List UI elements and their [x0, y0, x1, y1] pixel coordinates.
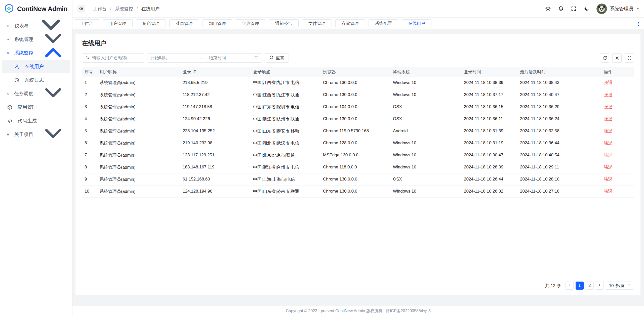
- page-size-select[interactable]: 10 条/页: [606, 282, 634, 290]
- cell-action: 强退: [601, 77, 634, 89]
- table-row: 7系统管理员(admin)123.117.129.251中国|北京|北京市|联通…: [82, 149, 634, 161]
- cell-last_active: 2024-11-18 10:40:54: [517, 149, 601, 161]
- cell-browser: Chrome 130.0.0.0: [320, 173, 390, 185]
- toolbar-refresh-button[interactable]: [600, 53, 609, 63]
- cell-location: 中国|湖北省|武汉市|电信: [251, 137, 320, 149]
- tab-storage-mgmt[interactable]: 存储管理: [335, 19, 365, 27]
- pagination-page-2[interactable]: 2: [586, 282, 594, 290]
- sidebar-item-about-project[interactable]: 关于项目: [0, 128, 72, 141]
- tab-notice[interactable]: 通知公告: [269, 19, 299, 27]
- pagination-next-button[interactable]: [596, 282, 604, 290]
- force-logout-link[interactable]: 强退: [604, 141, 612, 146]
- fullscreen-button[interactable]: [571, 6, 577, 12]
- breadcrumb-item[interactable]: 系统监控: [115, 6, 133, 12]
- cell-browser: Chrome 130.0.0.0: [320, 77, 390, 89]
- footer: Copyright © 2022 - present ContiNew Admi…: [72, 306, 644, 316]
- breadcrumb-item[interactable]: 工作台: [93, 6, 107, 12]
- user-avatar: [596, 4, 607, 14]
- cell-action: 强退: [601, 89, 634, 101]
- cell-location: 中国|江西省|九江市|电信: [251, 77, 320, 89]
- cell-ip: 223.104.195.252: [180, 125, 251, 137]
- force-logout-link[interactable]: 强退: [604, 129, 612, 133]
- calendar-icon: [254, 55, 259, 61]
- menu-fold-icon: [79, 6, 84, 12]
- cell-login_time: 2024-11-18 10:37:17: [461, 89, 517, 101]
- cell-nickname: 系统管理员(admin): [97, 137, 180, 149]
- pagination-page-1[interactable]: 1: [576, 282, 584, 290]
- sidebar-item-job-schedule[interactable]: 任务调度: [0, 87, 72, 101]
- column-header: 最后活跃时间: [517, 67, 601, 77]
- cell-no: 6: [82, 137, 97, 149]
- force-logout-link[interactable]: 强退: [604, 80, 612, 85]
- sidebar: ContiNew Admin 仪表盘系统管理系统监控在线用户系统日志任务调度应用…: [0, 0, 72, 316]
- force-logout-link[interactable]: 强退: [604, 117, 612, 121]
- cell-browser: MSEdge 130.0.0.0: [320, 149, 390, 161]
- cell-no: 5: [82, 125, 97, 137]
- tab-dict-mgmt[interactable]: 字典管理: [236, 19, 265, 27]
- tab-sys-config[interactable]: 系统配置: [369, 19, 398, 27]
- cell-nickname: 系统管理员(admin): [97, 149, 180, 161]
- sidebar-collapse-button[interactable]: [77, 5, 85, 13]
- cell-nickname: 系统管理员(admin): [97, 77, 180, 89]
- cell-os: Android: [390, 125, 461, 137]
- tab-online-user[interactable]: 在线用户: [402, 19, 431, 27]
- force-logout-link[interactable]: 强退: [604, 93, 612, 97]
- cell-browser: Chrome 104.0.0.0: [320, 101, 390, 113]
- force-logout-link[interactable]: 强退: [604, 189, 612, 194]
- cell-action: 强退: [601, 173, 634, 185]
- force-logout-link: 强退: [604, 153, 612, 158]
- tab-role-mgmt[interactable]: 角色管理: [136, 19, 166, 27]
- table-row: 4系统管理员(admin)124.90.42.226中国|浙江省|杭州市|联通C…: [82, 113, 634, 125]
- user-menu[interactable]: 系统管理员: [596, 4, 640, 14]
- cell-last_active: 2024-11-18 10:36:24: [517, 113, 601, 125]
- force-logout-link[interactable]: 强退: [604, 105, 612, 109]
- gear-icon: [615, 56, 619, 60]
- sidebar-item-system-monitor[interactable]: 系统监控: [0, 46, 72, 60]
- cell-location: 中国|江西省|九江市|联通: [251, 89, 320, 101]
- search-input[interactable]: 请输入用户名/昵称: [82, 53, 144, 63]
- tab-menu-mgmt[interactable]: 菜单管理: [169, 19, 199, 27]
- tabbar: 工作台用户管理角色管理菜单管理部门管理字典管理通知公告文件管理存储管理系统配置在…: [72, 18, 644, 29]
- table-row: 3系统管理员(admin)119.147.218.58中国|广东省|深圳市|电信…: [82, 101, 634, 113]
- online-users-table: 序号用户昵称登录 IP登录地点浏览器终端系统登录时间最后活跃时间操作 1系统管理…: [82, 67, 634, 198]
- page-content: 在线用户 请输入用户名/昵称 开始时间 - 结束时间: [72, 29, 644, 306]
- date-range-picker[interactable]: 开始时间 - 结束时间: [147, 53, 262, 63]
- column-header: 登录地点: [251, 67, 320, 77]
- breadcrumb-separator: /: [137, 6, 138, 11]
- settings-button[interactable]: [545, 6, 551, 12]
- cell-login_time: 2024-11-18 10:28:39: [461, 161, 517, 173]
- cell-ip: 123.117.129.251: [180, 149, 251, 161]
- breadcrumb: 工作台/系统监控/在线用户: [93, 6, 159, 12]
- tab-file-mgmt[interactable]: 文件管理: [302, 19, 332, 27]
- refresh-icon: [602, 56, 607, 60]
- cell-os: Windows 10: [390, 137, 461, 149]
- cell-nickname: 系统管理员(admin): [97, 125, 180, 137]
- pagination-prev-button[interactable]: [566, 282, 574, 290]
- toolbar-gear-button[interactable]: [612, 53, 622, 63]
- cell-ip: 219.140.232.98: [180, 137, 251, 149]
- cell-last_active: 2024-11-18 10:36:44: [517, 137, 601, 149]
- force-logout-link[interactable]: 强退: [604, 165, 612, 170]
- notifications-button[interactable]: [558, 6, 564, 12]
- tab-user-mgmt[interactable]: 用户管理: [103, 19, 133, 27]
- tab-more-button[interactable]: [636, 21, 641, 27]
- reset-button[interactable]: 重置: [265, 53, 289, 63]
- chevron-down-icon: [627, 283, 631, 288]
- cell-action: 强退: [601, 149, 634, 161]
- cell-last_active: 2024-11-18 10:27:18: [517, 185, 601, 197]
- dark-mode-button[interactable]: [584, 6, 589, 12]
- cell-last_active: 2024-11-18 10:29:11: [517, 161, 601, 173]
- cell-last_active: 2024-11-18 10:28:10: [517, 173, 601, 185]
- cell-nickname: 系统管理员(admin): [97, 89, 180, 101]
- force-logout-link[interactable]: 强退: [604, 177, 612, 182]
- tab-workplace[interactable]: 工作台: [74, 19, 99, 27]
- search-icon: [85, 55, 90, 61]
- table-row: 1系统管理员(admin)218.65.5.219中国|江西省|九江市|电信Ch…: [82, 77, 634, 89]
- cell-ip: 61.152.168.60: [180, 173, 251, 185]
- column-header: 操作: [601, 67, 634, 77]
- fullscreen-icon: [627, 56, 632, 60]
- gauge-icon: [7, 23, 10, 29]
- tab-dept-mgmt[interactable]: 部门管理: [203, 19, 232, 27]
- toolbar-fullscreen-button[interactable]: [625, 53, 634, 63]
- hexagon-logo-icon: [4, 3, 14, 14]
